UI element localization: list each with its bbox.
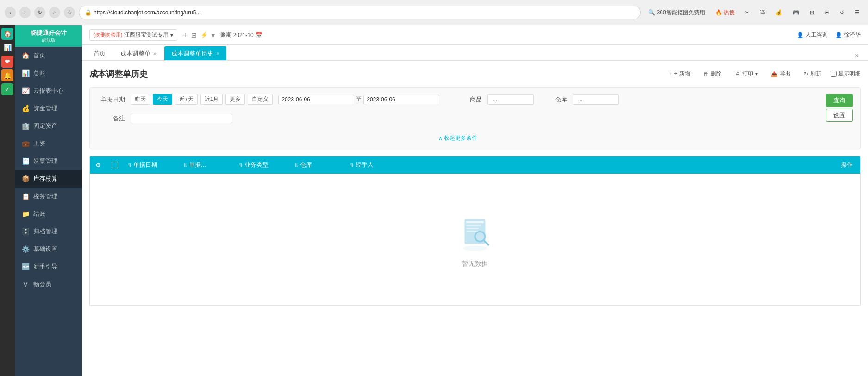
sidebar-item-vip[interactable]: V 畅会员 xyxy=(15,276,82,293)
query-button[interactable]: 查询 xyxy=(826,94,853,107)
sort-no-icon: ⇅ xyxy=(183,163,187,168)
close-all-btn[interactable]: × xyxy=(850,52,863,60)
empty-text: 暂无数据 xyxy=(462,260,488,268)
print-btn[interactable]: 🖨 打印 ▾ xyxy=(731,68,762,80)
date-btn-1month[interactable]: 近1月 xyxy=(200,94,223,105)
icon-bar-green[interactable]: ✓ xyxy=(1,83,13,95)
sidebar-item-settings[interactable]: ⚙️ 基础设置 xyxy=(15,240,82,258)
sidebar-item-funds[interactable]: 💰 资金管理 xyxy=(15,100,82,117)
theme-tool[interactable]: ☀ xyxy=(821,8,833,17)
empty-illustration xyxy=(454,211,496,252)
url-bar[interactable]: 🔒 https://cloud.chanjet.com/accounting/u… xyxy=(79,6,641,19)
icon-bar-red[interactable]: ❤ xyxy=(1,56,13,68)
scissors-tool[interactable]: ✂ xyxy=(741,8,753,17)
date-range-separator: 至 xyxy=(356,95,362,103)
tab-cost-adjust-history[interactable]: 成本调整单历史 × xyxy=(164,46,226,60)
translate-tool[interactable]: 译 xyxy=(756,7,769,18)
date-to-input[interactable] xyxy=(363,95,439,104)
expand-btn[interactable]: ▾ xyxy=(212,31,215,39)
display-checkbox[interactable] xyxy=(831,71,837,77)
date-btn-more[interactable]: 更多 xyxy=(225,94,245,105)
add-tab-btn[interactable]: + xyxy=(183,31,187,39)
svg-rect-4 xyxy=(466,228,479,229)
th-date[interactable]: ⇅ 单据日期 xyxy=(123,161,179,169)
refresh-button[interactable]: ↻ xyxy=(34,7,45,18)
sidebar-item-home[interactable]: 🏠 首页 xyxy=(15,47,82,64)
vip-icon: V xyxy=(21,281,30,288)
new-btn[interactable]: + + 新增 xyxy=(666,68,694,80)
assets-icon: 🏢 xyxy=(21,122,30,130)
home-button[interactable]: ⌂ xyxy=(49,7,60,18)
export-btn[interactable]: 📤 导出 xyxy=(767,68,794,80)
logo-subtitle: 旗舰版 xyxy=(19,37,78,43)
tab-cost-adjust[interactable]: 成本调整单 × xyxy=(113,46,163,60)
game-tool[interactable]: 🎮 xyxy=(789,8,803,17)
date-label: 单据日期 xyxy=(97,95,125,104)
page-title: 成本调整单历史 xyxy=(89,69,148,80)
table-settings-btn[interactable]: ⚙ xyxy=(90,162,106,169)
date-btn-7days[interactable]: 近7天 xyxy=(175,94,198,105)
note-input[interactable] xyxy=(131,114,232,123)
sidebar-logo[interactable]: 畅捷通好会计 旗舰版 xyxy=(15,25,82,47)
sidebar-item-payroll[interactable]: 💼 工资 xyxy=(15,135,82,152)
refresh-icon: ↻ xyxy=(804,71,808,77)
settings-icon: ⚙️ xyxy=(21,245,30,253)
home-icon: 🏠 xyxy=(21,52,30,59)
page-actions: + + 新增 🗑 删除 🖨 打印 ▾ 📤 导出 xyxy=(666,68,861,80)
user-btn[interactable]: 👤 徐泽华 xyxy=(835,31,861,39)
page-header: 成本调整单历史 + + 新增 🗑 删除 🖨 打印 ▾ xyxy=(89,68,861,80)
table-checkbox-all[interactable] xyxy=(106,162,123,168)
date-btn-today[interactable]: 今天 xyxy=(153,94,172,105)
table-container: ⚙ ⇅ 单据日期 ⇅ 单据... ⇅ 业务类型 xyxy=(89,156,861,306)
sidebar-item-closing[interactable]: 📁 结账 xyxy=(15,205,82,223)
company-select[interactable]: (勿删勿禁用) 江西服宝测试专用 ▾ xyxy=(89,29,177,41)
warehouse-dropdown[interactable]: ... xyxy=(573,94,619,105)
settings-button[interactable]: 设置 xyxy=(826,109,853,122)
menu-tool[interactable]: ☰ xyxy=(851,8,863,17)
th-warehouse[interactable]: ⇅ 仓库 xyxy=(290,161,345,169)
goods-dropdown[interactable]: ... xyxy=(487,94,534,105)
history-tool[interactable]: ↺ xyxy=(836,8,848,17)
refresh-btn[interactable]: ↻ 刷新 xyxy=(800,68,825,80)
filter-row-2: 备注 xyxy=(97,114,818,123)
date-from-input[interactable] xyxy=(278,95,354,104)
warehouse-label: 仓库 xyxy=(539,95,567,104)
icon-bar-ledger[interactable]: 📊 xyxy=(1,42,13,54)
delete-btn[interactable]: 🗑 删除 xyxy=(699,68,725,80)
tabs-bar: 首页 成本调整单 × 成本调整单历史 × × xyxy=(82,45,868,61)
help-btn[interactable]: 👤 人工咨询 xyxy=(797,31,828,39)
search-tool[interactable]: 🔍 360智能抠图免费用 xyxy=(644,7,708,18)
sidebar-item-assets[interactable]: 🏢 固定资产 xyxy=(15,117,82,135)
date-btn-yesterday[interactable]: 昨天 xyxy=(131,94,150,105)
back-button[interactable]: ‹ xyxy=(5,7,16,18)
bookmark-button[interactable]: ☆ xyxy=(64,7,75,18)
sidebar-item-reports[interactable]: 📈 云报表中心 xyxy=(15,82,82,100)
forward-button[interactable]: › xyxy=(19,7,31,18)
sidebar-item-guide[interactable]: 🆕 新手引导 xyxy=(15,258,82,276)
display-toggle[interactable]: 显示明细 xyxy=(831,70,861,78)
wallet-tool[interactable]: 💰 xyxy=(772,8,786,17)
sidebar-item-ledger[interactable]: 📊 总账 xyxy=(15,64,82,82)
th-no[interactable]: ⇅ 单据... xyxy=(179,161,234,169)
date-btn-custom[interactable]: 自定义 xyxy=(248,94,273,105)
tab-home-label: 首页 xyxy=(94,50,106,58)
help-icon: 👤 xyxy=(797,32,804,38)
grid-tool[interactable]: ⊞ xyxy=(806,8,818,17)
filter-section: 单据日期 昨天 今天 近7天 近1月 更多 自定义 xyxy=(89,87,861,149)
th-type[interactable]: ⇅ 业务类型 xyxy=(234,161,290,169)
tab-home[interactable]: 首页 xyxy=(87,46,112,60)
manage-tabs-btn[interactable]: ⊞ xyxy=(191,31,197,39)
payroll-icon: 💼 xyxy=(21,140,30,147)
hot-tool[interactable]: 🔥 热搜 xyxy=(712,7,738,18)
sidebar-item-tax[interactable]: 📋 税务管理 xyxy=(15,188,82,205)
th-operator[interactable]: ⇅ 经手人 xyxy=(345,161,401,169)
tab-cost-adjust-close[interactable]: × xyxy=(153,50,156,57)
icon-bar-home[interactable]: 🏠 xyxy=(1,28,13,40)
top-bar: (勿删勿禁用) 江西服宝测试专用 ▾ + ⊞ ⚡ ▾ 账期 2021-10 📅 … xyxy=(82,25,868,45)
sidebar-item-inventory[interactable]: 📦 库存核算 xyxy=(15,170,82,188)
sidebar-item-invoice[interactable]: 🧾 发票管理 xyxy=(15,152,82,170)
icon-bar-orange[interactable]: 🔔 xyxy=(1,69,13,81)
collapse-btn[interactable]: ∧ 收起更多条件 xyxy=(438,134,477,142)
tab-cost-adjust-history-close[interactable]: × xyxy=(216,50,219,57)
sidebar-item-archive[interactable]: 🗄️ 归档管理 xyxy=(15,223,82,240)
